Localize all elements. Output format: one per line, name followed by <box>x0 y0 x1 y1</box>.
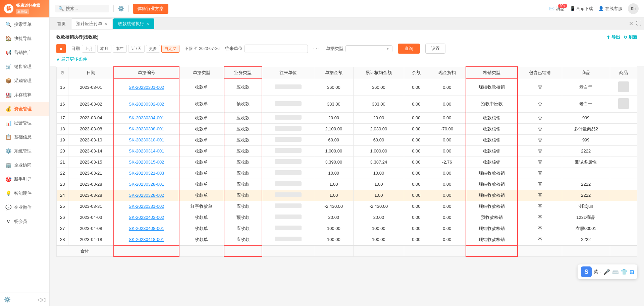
query-btn[interactable]: 查询 <box>398 44 420 54</box>
cell-num: 28 <box>57 234 68 245</box>
industry-btn[interactable]: 体验行业方案 <box>133 4 168 14</box>
cell-balance: 0.00 <box>404 145 428 157</box>
topbar-search[interactable]: 🔍 <box>55 5 109 12</box>
message-btn[interactable]: ✉️ 消息 99+ <box>549 6 565 12</box>
english-icon[interactable]: 英 <box>594 269 598 275</box>
online-service-btn[interactable]: 👤 在线客服 <box>598 6 623 12</box>
cell-date: 2023-04-03 <box>68 212 114 223</box>
cell-partner <box>262 112 314 123</box>
tab-close-icon[interactable]: ✕ <box>629 20 633 27</box>
cell-biz: 应收款 <box>224 223 262 234</box>
this-month-btn[interactable]: 本月 <box>97 45 111 53</box>
total-goods <box>562 245 610 257</box>
sn-link[interactable]: SK-20230315-002 <box>129 160 164 165</box>
sidebar-item-purchase[interactable]: 📦 采购管理 <box>0 74 49 88</box>
filter-toggle-btn[interactable]: » <box>56 44 66 53</box>
sn-link[interactable]: SK-20230331-002 <box>129 204 164 209</box>
sidebar-item-quicknav[interactable]: 🏠 快捷导航 <box>0 32 49 46</box>
cell-date: 2023-03-31 <box>68 201 114 212</box>
sn-link[interactable]: SK-20230408-001 <box>129 226 164 231</box>
sn-link[interactable]: SK-20230321-003 <box>129 171 164 176</box>
tab-collection[interactable]: 收款核销执行 ✕ <box>113 18 154 29</box>
user-avatar-area[interactable]: Rit <box>628 3 639 14</box>
this-year-btn[interactable]: 本年 <box>113 45 127 53</box>
collapse-icon[interactable]: ◁◁ <box>37 296 45 303</box>
table-wrap[interactable]: ⚙ 日期 单据编号 单据类型 业务类型 往来单位 单据金额 累计核销金额 余额 … <box>50 66 644 306</box>
tab-close-collection[interactable]: ✕ <box>146 22 149 26</box>
settings-icon[interactable]: ⚙️ <box>4 296 11 303</box>
cell-settled: 否 <box>518 223 562 234</box>
app-download-btn[interactable]: 📱 App下载 <box>570 6 593 12</box>
sidebar-item-guide[interactable]: 🎯 新手引导 <box>0 172 49 186</box>
shirt-icon[interactable]: 👕 <box>621 269 628 275</box>
refresh-btn[interactable]: ↻ 刷新 <box>624 34 637 40</box>
sn-link[interactable]: SK-20230403-002 <box>129 215 164 220</box>
topbar-search-input[interactable] <box>66 6 106 11</box>
cell-acc-amount: 360.00 <box>353 79 404 96</box>
cell-amount: 1.00 <box>314 190 353 201</box>
cell-biz: 应收款 <box>224 134 262 145</box>
cell-amount: 3,390.00 <box>314 157 353 168</box>
sidebar-item-hardware[interactable]: 💡 智能硬件 <box>0 186 49 200</box>
export-btn[interactable]: ⬆ 导出 <box>606 34 620 40</box>
sn-link[interactable]: SK-20230301-002 <box>129 85 164 90</box>
table-row: 24 2023-03-28 SK-20230328-002 收款单 应收款 1.… <box>57 190 637 201</box>
tab-home[interactable]: 首页 <box>52 18 70 29</box>
custom-date-btn[interactable]: 自定义 <box>161 45 179 53</box>
sidebar-item-inventory[interactable]: 🏭 库存核算 <box>0 88 49 102</box>
sn-link[interactable]: SK-20230308-001 <box>129 126 164 131</box>
sidebar-item-basic[interactable]: 📋 基础信息 <box>0 130 49 144</box>
sn-link[interactable]: SK-20230310-001 <box>129 137 164 142</box>
cell-balance: 0.00 <box>404 179 428 190</box>
keyboard-icon[interactable]: ⌨️ <box>612 269 619 275</box>
partner-input[interactable] <box>245 45 299 53</box>
cell-acc-amount: 100.00 <box>353 234 404 245</box>
filter-setting-btn[interactable]: 设置 <box>425 44 445 54</box>
mic-icon[interactable]: 🎤 <box>603 269 610 275</box>
cell-biz: 应收款 <box>224 145 262 157</box>
tab-payable[interactable]: 预计应应付单 ✕ <box>71 18 112 29</box>
expand-more-btn[interactable]: ∨ 展开更多条件 <box>56 54 637 62</box>
voucher-type-label: 单据类型 <box>326 46 343 52</box>
table-row: 26 2023-04-03 SK-20230403-002 收款单 预收款 20… <box>57 212 637 223</box>
cell-discount: 0.00 <box>428 234 466 245</box>
tab-close-payable[interactable]: ✕ <box>104 22 107 26</box>
sidebar-item-label: 畅会员 <box>14 219 27 225</box>
cell-discount: 0.00 <box>428 212 466 223</box>
settings-gear-icon[interactable]: ⚙️ <box>118 5 124 12</box>
cell-balance: 0.00 <box>404 157 428 168</box>
cell-date: 2023-03-21 <box>68 168 114 179</box>
settings-col-icon[interactable]: ⚙ <box>60 70 65 75</box>
last-7days-btn[interactable]: 近7天 <box>128 45 145 53</box>
cell-goods-img <box>610 79 637 96</box>
partner-dots-btn[interactable]: ... <box>299 45 308 53</box>
home-tab-label: 首页 <box>57 21 66 27</box>
sidebar-item-search[interactable]: 🔍 搜索菜单 <box>0 17 49 32</box>
sidebar-item-system[interactable]: ⚙️ 系统管理 <box>0 144 49 158</box>
sn-link[interactable]: SK-20230314-001 <box>129 148 164 154</box>
cell-partner <box>262 179 314 190</box>
cell-goods-img <box>610 145 637 157</box>
cell-goods: 测试jun <box>562 201 610 212</box>
more-date-btn[interactable]: 更多 <box>146 45 160 53</box>
sn-link[interactable]: SK-20230328-002 <box>129 193 164 198</box>
sidebar-item-marketing[interactable]: 📢 营销推广 <box>0 46 49 60</box>
sidebar-item-finance[interactable]: 💰 资金管理 <box>0 102 49 116</box>
sidebar-item-member[interactable]: V 畅会员 <box>0 215 49 229</box>
sn-link[interactable]: SK-20230418-001 <box>129 237 164 242</box>
sn-link[interactable]: SK-20230304-001 <box>129 115 164 120</box>
grid-icon[interactable]: ⊞ <box>630 269 634 275</box>
sn-link[interactable]: SK-20230302-002 <box>129 102 164 107</box>
last-month-btn[interactable]: 上月 <box>82 45 96 53</box>
tab-expand-icon[interactable]: ⛶ <box>636 20 641 27</box>
total-img <box>610 245 637 257</box>
voucher-type-select[interactable]: ▼ <box>345 45 392 52</box>
sidebar-item-label: 智能硬件 <box>14 190 32 196</box>
sidebar-item-corp[interactable]: 🏢 企业协同 <box>0 158 49 172</box>
chevron-down-icon: ∨ <box>56 57 60 62</box>
sn-link[interactable]: SK-20230328-001 <box>129 182 164 187</box>
sidebar-item-wechat[interactable]: 💬 企业微信 <box>0 200 49 215</box>
sidebar-item-sales[interactable]: 🛒 销售管理 <box>0 60 49 74</box>
cell-sn: SK-20230302-002 <box>114 96 179 112</box>
sidebar-item-operation[interactable]: 📊 经营管理 <box>0 116 49 130</box>
